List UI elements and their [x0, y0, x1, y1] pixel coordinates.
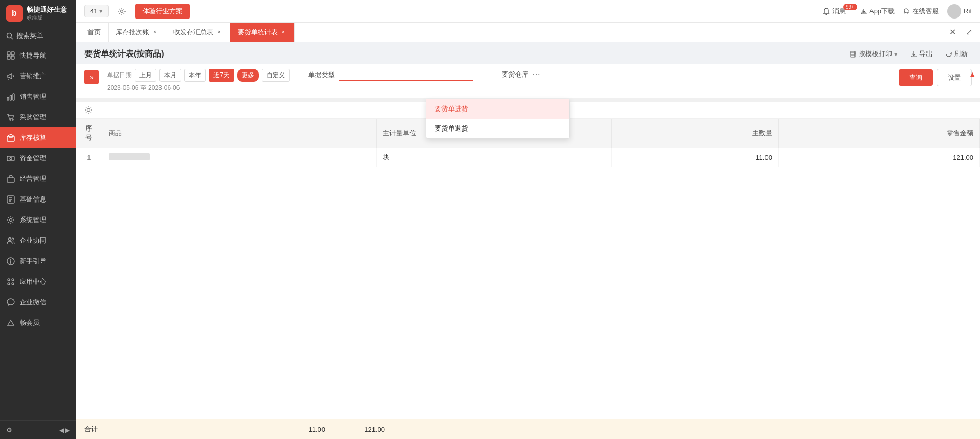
- date-btn-this-month[interactable]: 本月: [159, 69, 181, 82]
- table-footer: 合计 11.00 121.00: [76, 419, 980, 439]
- svg-point-26: [904, 9, 908, 13]
- sidebar-item-system[interactable]: 系统管理: [0, 210, 76, 230]
- sidebar-item-appstore[interactable]: 应用中心: [0, 271, 76, 292]
- type-dropdown: 要货单进货 要货单退货: [426, 99, 570, 139]
- col-product: 商品: [102, 119, 376, 148]
- svg-point-10: [12, 119, 13, 120]
- chevron-down-icon: ▾: [99, 7, 103, 15]
- user-avatar-area[interactable]: Rit: [947, 4, 972, 19]
- print-btn[interactable]: 按模板打印 ▾: [845, 47, 902, 61]
- tab-home[interactable]: 首页: [80, 23, 109, 42]
- company-selector[interactable]: 41 ▾: [84, 5, 109, 17]
- tab-close-all-btn[interactable]: ✕: [945, 25, 959, 40]
- filter-type-input[interactable]: [339, 69, 473, 81]
- header-left: 41 ▾ 体验行业方案: [84, 4, 190, 19]
- cart-icon: [6, 113, 15, 122]
- online-service-btn[interactable]: 在线客服: [903, 7, 939, 16]
- settings-icon: [6, 215, 15, 225]
- tab-inventory-batch[interactable]: 库存批次账 ×: [109, 23, 166, 42]
- svg-rect-27: [851, 55, 855, 57]
- sidebar-item-marketing[interactable]: 营销推广: [0, 66, 76, 86]
- sidebar-search[interactable]: 搜索菜单: [0, 27, 76, 45]
- svg-line-1: [11, 38, 13, 40]
- sidebar-item-inventory[interactable]: 库存核算: [0, 127, 76, 148]
- col-amount: 零售金额: [778, 119, 979, 148]
- svg-rect-6: [7, 97, 9, 100]
- sidebar-item-sales[interactable]: 销售管理: [0, 86, 76, 107]
- sidebar-item-purchase[interactable]: 采购管理: [0, 107, 76, 127]
- page-header: 要货单统计表(按商品) 按模板打印 ▾: [76, 42, 980, 64]
- print-icon: [849, 50, 857, 58]
- export-btn[interactable]: 导出: [906, 47, 937, 61]
- svg-rect-5: [11, 56, 14, 59]
- tab-close-inventory-batch[interactable]: ×: [151, 29, 158, 36]
- megaphone-icon: [6, 71, 15, 81]
- gear-icon[interactable]: [115, 4, 129, 19]
- settings-table-icon[interactable]: [84, 106, 93, 114]
- dropdown-item-jinhuo[interactable]: 要货单进货: [426, 99, 569, 119]
- svg-point-20: [8, 279, 10, 281]
- settings-bottom-icon[interactable]: ⚙: [6, 426, 12, 434]
- sidebar-item-basic[interactable]: 基础信息: [0, 189, 76, 210]
- date-btn-this-year[interactable]: 本年: [184, 69, 206, 82]
- filter-type-row: 单据类型 ▲: [308, 69, 473, 81]
- sidebar-item-operation[interactable]: 经营管理: [0, 169, 76, 189]
- header-right: 消息 99+ App下载 在线客服 Rit: [822, 4, 972, 19]
- svg-point-16: [10, 219, 12, 222]
- tabs-bar: 首页 库存批次账 × 收发存汇总表 × 要货单统计表 × ✕ ⤢: [76, 23, 980, 42]
- table-container: 序号 商品 主计量单位 主数量 零售金额 1 块 11.00: [76, 102, 980, 419]
- sidebar-nav: 快捷导航 营销推广 销售管理 采购管理: [0, 45, 76, 420]
- svg-point-23: [12, 283, 14, 285]
- date-btn-7days[interactable]: 近7天: [209, 69, 234, 82]
- col-no: 序号: [76, 119, 102, 148]
- sidebar-item-member[interactable]: 畅会员: [0, 313, 76, 333]
- tab-order-summary[interactable]: 要货单统计表 ×: [230, 23, 295, 42]
- refresh-icon: [945, 50, 952, 58]
- headset-icon: [903, 8, 910, 15]
- filter-expand-btn[interactable]: »: [84, 70, 99, 84]
- download-icon: [860, 8, 867, 15]
- tab-recv-summary[interactable]: 收发存汇总表 ×: [166, 23, 230, 42]
- filter-warehouse-group: 要货仓库 ···: [502, 69, 540, 80]
- svg-point-29: [87, 109, 90, 112]
- svg-rect-12: [7, 156, 14, 161]
- settings-btn[interactable]: 设置: [937, 69, 972, 86]
- date-btn-more[interactable]: 更多: [237, 69, 259, 82]
- export-icon: [910, 50, 917, 58]
- briefcase-icon: [6, 174, 15, 184]
- app-download-btn[interactable]: App下载: [860, 7, 895, 16]
- cell-no: 1: [76, 148, 102, 167]
- sidebar-item-guide[interactable]: 新手引导: [0, 251, 76, 271]
- dropdown-toggle-icon[interactable]: ▲: [969, 70, 976, 78]
- refresh-btn[interactable]: 刷新: [941, 47, 972, 61]
- svg-point-0: [7, 33, 12, 38]
- dropdown-item-tuihuo[interactable]: 要货单退货: [426, 119, 569, 138]
- sidebar-item-wechat[interactable]: 企业微信: [0, 292, 76, 313]
- date-btn-custom[interactable]: 自定义: [262, 69, 290, 82]
- tab-close-order-summary[interactable]: ×: [280, 29, 287, 36]
- sidebar-item-finance[interactable]: 资金管理: [0, 148, 76, 169]
- svg-point-17: [9, 238, 11, 241]
- query-btn[interactable]: 查询: [899, 69, 933, 86]
- svg-rect-7: [10, 95, 12, 100]
- member-icon: [6, 318, 15, 327]
- tab-close-recv-summary[interactable]: ×: [216, 29, 223, 36]
- svg-point-18: [12, 238, 14, 240]
- cell-amount: 121.00: [778, 148, 979, 167]
- bell-icon: [822, 7, 830, 15]
- industry-btn[interactable]: 体验行业方案: [135, 4, 190, 19]
- sidebar-item-enterprise[interactable]: 企业协同: [0, 230, 76, 251]
- tab-maximize-btn[interactable]: ⤢: [961, 25, 976, 40]
- filter-area: » 单据日期 上月 本月 本年 近7天 更多 自定义 2023-05-06 至 …: [76, 64, 980, 98]
- messages-btn[interactable]: 消息 99+: [822, 7, 852, 16]
- svg-rect-2: [7, 52, 10, 55]
- warehouse-more-btn[interactable]: ···: [532, 69, 540, 80]
- svg-point-21: [12, 279, 14, 281]
- filter-date-group: 单据日期 上月 本月 本年 近7天 更多 自定义 2023-05-06 至 20…: [107, 69, 290, 93]
- collapse-icon[interactable]: ◀ ▶: [59, 427, 70, 434]
- sidebar-logo: b 畅捷通好生意 标准版: [0, 0, 76, 27]
- date-range-text: 2023-05-06 至 2023-06-06: [107, 84, 290, 93]
- filter-date-row: 单据日期 上月 本月 本年 近7天 更多 自定义: [107, 69, 290, 82]
- date-btn-last-month[interactable]: 上月: [135, 69, 156, 82]
- sidebar-item-quick-nav[interactable]: 快捷导航: [0, 45, 76, 66]
